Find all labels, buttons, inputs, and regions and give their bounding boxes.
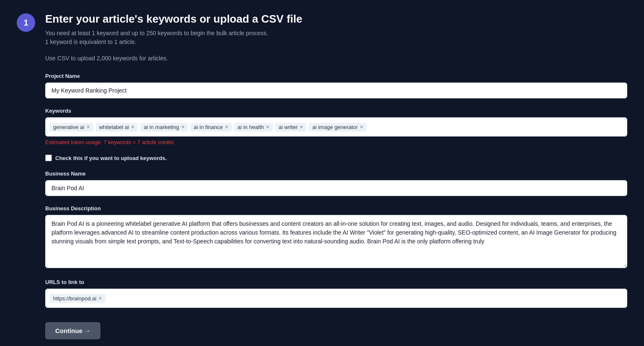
keyword-tag: whitelabel ai× bbox=[96, 123, 138, 132]
remove-keyword-button[interactable]: × bbox=[266, 124, 269, 130]
keyword-tag-text: generative ai bbox=[53, 124, 84, 130]
project-name-label: Project Name bbox=[45, 73, 627, 79]
project-name-group: Project Name bbox=[45, 73, 627, 98]
business-description-group: Business Description bbox=[45, 205, 627, 270]
continue-button[interactable]: Continue → bbox=[45, 322, 100, 339]
urls-group: URLS to link to https://brainpod.ai× bbox=[45, 279, 627, 308]
keyword-tag: ai in finance× bbox=[190, 123, 232, 132]
upload-keywords-checkbox[interactable] bbox=[45, 155, 52, 161]
keyword-tag-text: ai writer bbox=[279, 124, 298, 130]
step-badge: 1 bbox=[17, 13, 35, 32]
urls-label: URLS to link to bbox=[45, 279, 627, 285]
description-line3: Use CSV to upload 2,000 keywords for art… bbox=[45, 54, 302, 63]
keyword-tag-text: whitelabel ai bbox=[99, 124, 129, 130]
business-description-input[interactable] bbox=[45, 215, 627, 268]
keyword-tag-text: ai image generator bbox=[312, 124, 357, 130]
keyword-tag: ai image generator× bbox=[309, 123, 367, 132]
keywords-container[interactable]: generative ai×whitelabel ai×ai in market… bbox=[45, 117, 627, 137]
keyword-tag-text: ai in health bbox=[238, 124, 264, 130]
remove-keyword-button[interactable]: × bbox=[360, 124, 363, 130]
keyword-tag: ai in marketing× bbox=[140, 123, 188, 132]
remove-url-button[interactable]: × bbox=[98, 295, 102, 302]
keyword-tag: ai writer× bbox=[275, 123, 307, 132]
page-title: Enter your article's keywords or upload … bbox=[45, 13, 302, 26]
url-tag-text: https://brainpod.ai bbox=[53, 295, 96, 302]
keywords-group: Keywords generative ai×whitelabel ai×ai … bbox=[45, 108, 627, 145]
remove-keyword-button[interactable]: × bbox=[86, 124, 90, 130]
url-tag: https://brainpod.ai× bbox=[50, 294, 105, 303]
keyword-tag: generative ai× bbox=[50, 123, 93, 132]
keyword-tag-text: ai in finance bbox=[194, 124, 223, 130]
description-line2: 1 keyword is equivalent to 1 article. bbox=[45, 38, 302, 46]
project-name-input[interactable] bbox=[45, 83, 627, 98]
business-description-label: Business Description bbox=[45, 205, 627, 212]
remove-keyword-button[interactable]: × bbox=[225, 124, 228, 130]
upload-keywords-label[interactable]: Check this if you want to upload keyword… bbox=[55, 155, 167, 161]
remove-keyword-button[interactable]: × bbox=[181, 124, 185, 130]
token-estimate: Estimated token usage: 7 keywords = 7 ar… bbox=[45, 139, 627, 145]
business-name-input[interactable] bbox=[45, 180, 627, 196]
keywords-label: Keywords bbox=[45, 108, 627, 114]
description-line1: You need at least 1 keyword and up to 25… bbox=[45, 29, 302, 38]
remove-keyword-button[interactable]: × bbox=[300, 124, 303, 130]
upload-checkbox-row: Check this if you want to upload keyword… bbox=[45, 155, 627, 161]
urls-container[interactable]: https://brainpod.ai× bbox=[45, 289, 627, 308]
remove-keyword-button[interactable]: × bbox=[131, 124, 134, 130]
business-description-wrapper bbox=[45, 215, 627, 270]
business-name-group: Business Name bbox=[45, 170, 627, 196]
keyword-tag-text: ai in marketing bbox=[144, 124, 179, 130]
keyword-tag: ai in health× bbox=[234, 123, 273, 132]
business-name-label: Business Name bbox=[45, 170, 627, 177]
